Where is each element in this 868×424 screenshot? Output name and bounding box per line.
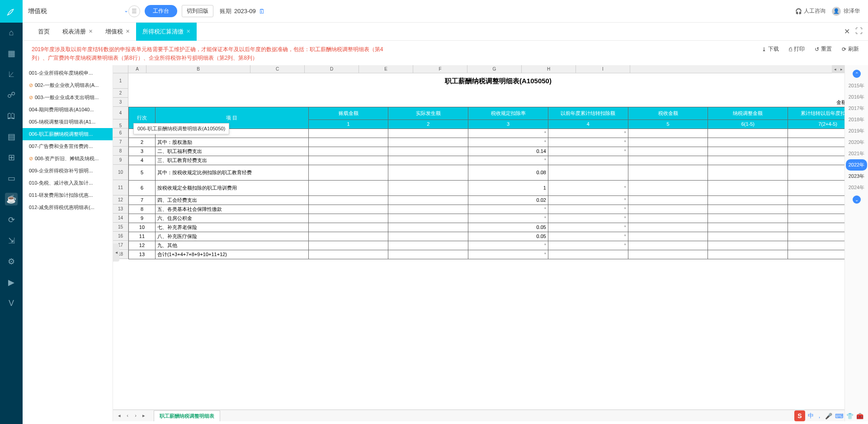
cell[interactable] — [388, 241, 468, 250]
cell[interactable]: 13 — [129, 250, 156, 259]
cell[interactable] — [308, 232, 388, 241]
ime-punct[interactable]: ， — [816, 412, 822, 420]
cell[interactable] — [388, 195, 468, 205]
cell[interactable]: 六、住房公积金 — [155, 214, 308, 223]
cell[interactable] — [308, 223, 388, 232]
cell[interactable]: 七、补充养老保险 — [155, 223, 308, 232]
cell[interactable] — [129, 89, 868, 98]
rail-calendar-icon[interactable]: ▭ — [5, 172, 18, 185]
cell[interactable]: 税收规定扣除率 — [468, 107, 548, 119]
cell[interactable]: * — [548, 205, 628, 214]
cell[interactable] — [708, 165, 788, 180]
switch-old-button[interactable]: 切到旧版 — [182, 5, 213, 17]
cell[interactable]: * — [548, 232, 628, 241]
row-header-14[interactable]: 14 — [113, 214, 128, 223]
rail-doc-icon[interactable]: ▤ — [5, 130, 18, 143]
cell[interactable] — [308, 250, 388, 259]
col-header-D[interactable]: D — [305, 65, 359, 73]
cell[interactable] — [308, 129, 388, 138]
form-list-item[interactable]: 005-纳税调整项目明细表(A1... — [23, 116, 113, 128]
form-list-item[interactable]: 010-免税、减计收入及加计... — [23, 177, 113, 189]
cell[interactable] — [548, 156, 628, 165]
cell[interactable]: * — [548, 147, 628, 156]
cell[interactable] — [548, 250, 628, 259]
form-list-item[interactable]: 006-职工薪酬纳税调整明细... — [23, 128, 113, 140]
consult-link[interactable]: 🎧 人工咨询 — [795, 7, 826, 15]
cell[interactable]: 八、补充医疗保险 — [155, 232, 308, 241]
year-2023年[interactable]: 2023年 — [846, 171, 867, 182]
year-2019年[interactable]: 2019年 — [846, 125, 867, 137]
cell[interactable]: * — [468, 241, 548, 250]
cell[interactable] — [308, 165, 388, 180]
rail-template-icon[interactable]: ⊞ — [5, 151, 18, 164]
cell[interactable]: 4 — [129, 156, 156, 165]
cell[interactable] — [708, 223, 788, 232]
col-header-C[interactable]: C — [250, 65, 305, 73]
grid-page-right[interactable]: ▸ — [838, 65, 844, 73]
cell[interactable]: 2 — [388, 119, 468, 129]
tab-所得税汇算清缴[interactable]: 所得税汇算清缴✕ — [136, 23, 197, 41]
col-header-G[interactable]: G — [467, 65, 522, 73]
col-header-E[interactable]: E — [359, 65, 413, 73]
rail-v-icon[interactable]: V — [5, 297, 18, 310]
year-2024年[interactable]: 2024年 — [846, 182, 867, 193]
cell[interactable] — [708, 205, 788, 214]
ime-toolbox-icon[interactable]: 🧰 — [856, 413, 863, 419]
cell[interactable]: * — [468, 214, 548, 223]
rail-ledger-icon[interactable]: ▦ — [5, 47, 18, 60]
cell[interactable]: 0.05 — [468, 232, 548, 241]
grid-page-left[interactable]: ◂ — [832, 65, 838, 73]
year-2022年[interactable]: 2022年 — [846, 159, 867, 171]
cell[interactable] — [308, 147, 388, 156]
cell[interactable] — [388, 223, 468, 232]
row-header-15[interactable]: 15 — [113, 223, 128, 232]
cell[interactable] — [308, 180, 388, 195]
cell[interactable]: 三、职工教育经费支出 — [155, 156, 308, 165]
cell[interactable]: 6 — [129, 180, 156, 195]
year-2021年[interactable]: 2021年 — [846, 148, 867, 159]
cell[interactable] — [708, 147, 788, 156]
cell[interactable]: 按税收规定全额扣除的职工培训费用 — [155, 180, 308, 195]
cell[interactable] — [708, 180, 788, 195]
cell[interactable]: * — [468, 138, 548, 147]
cell[interactable] — [308, 214, 388, 223]
cell[interactable] — [708, 250, 788, 259]
cell[interactable]: * — [548, 214, 628, 223]
rail-video-icon[interactable]: ▶ — [5, 276, 18, 289]
cell[interactable] — [628, 156, 708, 165]
download-button[interactable]: ⤓下载 — [762, 45, 779, 53]
cell[interactable]: 账载金额 — [308, 107, 388, 119]
cell[interactable]: 12 — [129, 241, 156, 250]
spreadsheet-grid[interactable]: 职工薪酬纳税调整明细表(A105050)金额单位：元行次项 目账载金额实际发生额… — [128, 73, 868, 259]
cell[interactable] — [628, 195, 708, 205]
cell[interactable]: 0.08 — [468, 165, 548, 180]
cell[interactable]: * — [468, 205, 548, 214]
form-list-item[interactable]: ⊘003-一般企业成本支出明细... — [23, 91, 113, 104]
cell[interactable] — [548, 165, 628, 180]
cell[interactable]: 税收金额 — [628, 107, 708, 119]
cell[interactable]: 九、其他 — [155, 241, 308, 250]
cell[interactable]: 8 — [129, 205, 156, 214]
row-header-8[interactable]: 8 — [113, 147, 128, 156]
cell[interactable]: 其中：按税收规定比例扣除的职工教育经费 — [155, 165, 308, 180]
rail-export-icon[interactable]: ⇲ — [5, 234, 18, 247]
cell[interactable]: 金额单位：元 — [129, 98, 868, 107]
cell[interactable]: 0.02 — [468, 195, 548, 205]
cell[interactable] — [708, 232, 788, 241]
cell[interactable]: 3 — [129, 147, 156, 156]
row-header-12[interactable]: 12 — [113, 195, 128, 205]
form-list-item[interactable]: 004-期间费用明细表(A1040... — [23, 104, 113, 116]
form-list-item[interactable]: 012-减免所得税优惠明细表(... — [23, 201, 113, 214]
sheet-nav-last[interactable]: ▸ — [140, 413, 147, 419]
form-list-item[interactable]: 007-广告费和业务宣传费跨... — [23, 140, 113, 152]
cell[interactable] — [708, 241, 788, 250]
cell[interactable]: * — [548, 138, 628, 147]
ime-skin-icon[interactable]: 👕 — [846, 413, 854, 419]
cell[interactable] — [388, 129, 468, 138]
sheet-tab-active[interactable]: 职工薪酬纳税调整明细表 — [154, 410, 220, 421]
cell[interactable] — [388, 180, 468, 195]
cell[interactable]: 以前年度累计结转扣除额 — [548, 107, 628, 119]
form-list-item[interactable]: ⊘002-一般企业收入明细表(A... — [23, 79, 113, 91]
col-header-B[interactable]: B — [146, 65, 250, 73]
cell[interactable]: 9 — [129, 214, 156, 223]
